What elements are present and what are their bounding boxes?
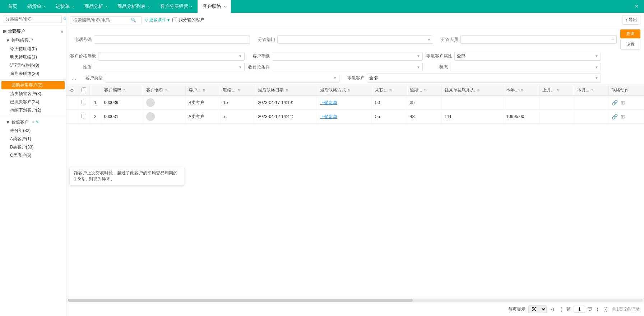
page-size-select[interactable]: 50 10 20 100 — [528, 305, 547, 313]
nav-sales-close[interactable]: × — [43, 4, 46, 9]
col-code[interactable]: 客户编码 ⇅ — [101, 85, 143, 96]
filter-status: 状态 ▼ — [426, 63, 601, 71]
sidebar-item-churn-warning[interactable]: 流失预警客户(3) — [0, 90, 66, 98]
last-method-link[interactable]: 下销货单 — [320, 100, 337, 105]
col-this-year[interactable]: 本年... ⇅ — [503, 85, 539, 96]
last-method-link[interactable]: 下销货单 — [320, 114, 337, 119]
col-this-month[interactable]: 本月... ⇅ — [574, 85, 609, 96]
filter-more-dots[interactable]: ... — [70, 75, 78, 81]
row-type: A类客户 — [185, 110, 220, 124]
query-button[interactable]: 查询 — [620, 29, 640, 38]
nav-customer-contact-close[interactable]: × — [223, 4, 226, 9]
my-customers-checkbox[interactable] — [172, 18, 177, 22]
select-all-checkbox[interactable] — [82, 88, 86, 92]
row-this-year — [503, 96, 539, 110]
nav-home[interactable]: 首页 — [3, 0, 22, 13]
value-edit-icon[interactable]: ○ — [32, 120, 34, 124]
nav-product-analysis-list-close[interactable]: × — [148, 4, 150, 9]
more-conditions-button[interactable]: ▽ 更多条件 ▾ — [145, 17, 170, 23]
action-link-icon[interactable]: 🔗 — [612, 100, 618, 105]
next-page-button[interactable]: ⟩ — [595, 306, 600, 312]
value-section-header[interactable]: ▼ 价值客户 ○ ✎ — [0, 118, 66, 127]
nav-product-analysis-list[interactable]: 商品分析列表 × — [112, 0, 155, 13]
row-contact: 15 — [220, 96, 255, 110]
col-name[interactable]: 客户名称 ⇅ — [143, 85, 186, 96]
nav-sales[interactable]: 销货单 × — [22, 0, 51, 13]
all-customers-header[interactable]: ⊞ 全部客户 « — [0, 27, 66, 36]
action-link-icon[interactable]: 🔗 — [612, 114, 618, 119]
sidebar-item-a-class[interactable]: A类客户(1) — [0, 135, 66, 143]
payment-select[interactable]: ▼ — [272, 63, 423, 71]
scroll-thumb[interactable] — [68, 299, 413, 302]
search-icon[interactable]: 🔍 — [131, 18, 136, 23]
value-arrow-icon: ▼ — [6, 120, 10, 125]
grade-select[interactable]: ▼ — [272, 52, 423, 61]
last-page-button[interactable]: ⟩⟩ — [603, 306, 609, 312]
col-check — [78, 85, 89, 96]
col-last-date[interactable]: 最后联络日期 ⇅ — [255, 85, 317, 96]
person-select[interactable]: ··· — [460, 35, 617, 44]
nav-customer-tier-close[interactable]: × — [190, 4, 193, 9]
action-grid-icon[interactable]: ⊞ — [621, 100, 625, 105]
sidebar-item-7days[interactable]: 近7天待联络(0) — [0, 61, 66, 70]
sidebar-item-overdue[interactable]: 逾期未联络(30) — [0, 70, 66, 78]
settings-button[interactable]: 设置 — [620, 40, 640, 49]
sidebar-item-today[interactable]: 今天待联络(0) — [0, 45, 66, 53]
row-checkbox[interactable] — [82, 100, 86, 104]
nav-purchase-close[interactable]: × — [72, 4, 74, 9]
row-checkbox[interactable] — [82, 114, 86, 118]
sidebar-item-b-class[interactable]: B类客户(33) — [0, 143, 66, 151]
customer-type-select[interactable]: ▼ — [105, 74, 339, 82]
sidebar-item-unclassified[interactable]: 未分组(32) — [0, 127, 66, 135]
col-uncontacted[interactable]: 未联... ⇅ — [372, 85, 407, 96]
row-code: 000039 — [101, 96, 143, 110]
sidebar-item-declining[interactable]: 持续下滑客户(2) — [0, 106, 66, 114]
value-edit-pencil[interactable]: ✎ — [36, 120, 39, 124]
customer-type-chevron-icon: ▼ — [333, 76, 337, 80]
nav-product-analysis-close[interactable]: × — [105, 4, 107, 9]
col-overdue[interactable]: 逾期... ⇅ — [407, 85, 442, 96]
nav-customer-contact[interactable]: 客户联络 × — [198, 0, 231, 13]
sidebar-collapse-button[interactable]: « — [61, 29, 63, 34]
first-page-button[interactable]: ⟨⟨ — [550, 306, 556, 312]
sidebar-search-icon[interactable]: 🔍 — [63, 16, 66, 22]
dept-select[interactable]: ▼ — [277, 35, 434, 44]
nav-customer-tier[interactable]: 客户分层经营 × — [155, 0, 198, 13]
retail-customer-select[interactable]: 全部 ▼ — [367, 74, 601, 82]
page-label-after: 页 — [588, 306, 592, 312]
customer-type-label: 客户类型 — [81, 75, 103, 81]
nav-product-analysis[interactable]: 商品分析 × — [79, 0, 112, 13]
sidebar-item-tomorrow[interactable]: 明天待联络(1) — [0, 53, 66, 61]
prev-page-button[interactable]: ⟨ — [559, 306, 564, 312]
col-last-month[interactable]: 上月... ⇅ — [539, 85, 574, 96]
status-select[interactable]: ▼ — [450, 63, 601, 71]
search-input[interactable] — [73, 18, 131, 23]
page-number-input[interactable] — [574, 306, 585, 313]
row-overdue: 48 — [407, 110, 442, 124]
row-this-month — [574, 110, 609, 124]
col-last-method[interactable]: 最后联络方式 ⇅ — [317, 85, 372, 96]
col-action: 联络动作 — [609, 85, 644, 96]
retail-attr-select[interactable]: 全部 ▼ — [454, 52, 601, 61]
filter-customer-type: 客户类型 ▼ — [81, 74, 339, 82]
col-contact[interactable]: 联络... ⇅ — [220, 85, 255, 96]
col-settings[interactable]: ⚙ — [66, 85, 78, 96]
retail-attr-chevron-icon: ▼ — [595, 54, 598, 58]
window-close-button[interactable]: × — [632, 3, 641, 10]
export-icon: ↑ — [625, 18, 627, 23]
nav-purchase[interactable]: 进货单 × — [51, 0, 79, 13]
scroll-track — [68, 299, 643, 302]
sidebar-item-churned[interactable]: 已流失客户(24) — [0, 98, 66, 106]
action-grid-icon[interactable]: ⊞ — [621, 114, 625, 119]
sidebar-item-repurchase-abnormal[interactable]: 回购异常客户(2) — [1, 81, 65, 89]
price-grade-select[interactable]: ▼ — [98, 52, 245, 61]
gender-select[interactable]: ▼ — [94, 63, 245, 71]
sidebar-search-input[interactable] — [3, 15, 62, 23]
export-button[interactable]: ↑ 导出 — [622, 15, 640, 25]
col-contact-person[interactable]: 往来单位联系人 ⇅ — [441, 85, 503, 96]
phone-input[interactable] — [94, 35, 250, 44]
pending-section-header[interactable]: ▼ 待联络客户 — [0, 36, 66, 45]
sidebar-item-c-class[interactable]: C类客户(6) — [0, 151, 66, 160]
col-type[interactable]: 客户... ⇅ — [185, 85, 220, 96]
horizontal-scrollbar[interactable] — [66, 298, 644, 302]
